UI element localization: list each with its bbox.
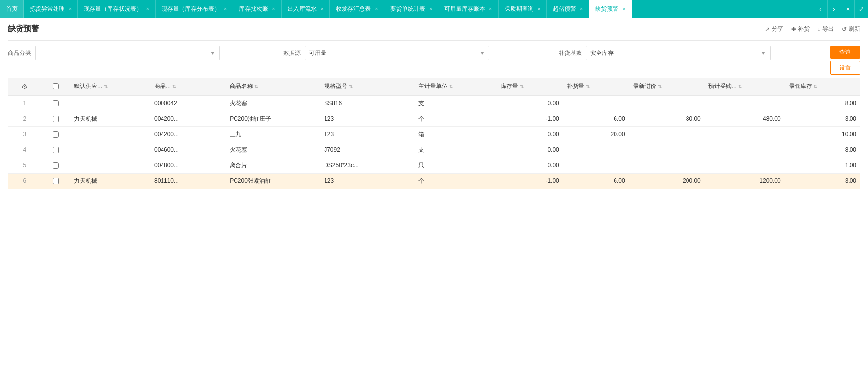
nav-tab-9-close[interactable]: × [538, 6, 541, 12]
nav-expand-btn[interactable]: ⤢ [854, 0, 868, 18]
row-checkbox-cell[interactable] [42, 158, 70, 173]
row-checkbox-cell[interactable] [42, 173, 70, 189]
row-checkbox[interactable] [53, 162, 59, 169]
row-code: 004800... [150, 158, 226, 173]
nav-tab-5-close[interactable]: × [321, 6, 324, 12]
row-checkbox-cell[interactable] [42, 126, 70, 142]
basis-select[interactable]: 安全库存 ▼ [586, 46, 771, 60]
row-supplier: 力天机械 [70, 173, 150, 189]
nav-tab-8[interactable]: 可用量库存账本 × [438, 0, 498, 18]
row-checkbox-cell[interactable] [42, 95, 70, 111]
row-name: 火花塞 [226, 142, 320, 158]
category-arrow-icon: ▼ [210, 50, 216, 56]
nav-tab-1[interactable]: 拣货异常处理 × [24, 0, 78, 18]
row-stock: -1.00 [497, 173, 563, 189]
nav-tab-5[interactable]: 出入库流水 × [282, 0, 330, 18]
refresh-button[interactable]: ↺ 刷新 [842, 25, 860, 33]
row-price [629, 126, 705, 142]
th-spec[interactable]: 规格型号 ⇅ [320, 78, 415, 95]
nav-tab-10-label: 超储预警 [553, 5, 576, 13]
export-label: 导出 [822, 25, 834, 33]
th-checkbox[interactable] [42, 78, 70, 95]
nav-tab-6-close[interactable]: × [375, 6, 378, 12]
row-replenish: 6.00 [563, 173, 629, 189]
price-sort-icon: ⇅ [658, 84, 662, 89]
nav-tab-11[interactable]: 缺货预警 × [589, 0, 632, 18]
nav-tab-11-close[interactable]: × [622, 6, 625, 12]
settings-button[interactable]: 设置 [830, 61, 860, 75]
table-row: 4 004600... 火花塞 J7092 支 0.00 8.00 [8, 142, 860, 158]
row-checkbox[interactable] [53, 178, 59, 184]
nav-tab-4-close[interactable]: × [272, 6, 275, 12]
th-gear[interactable]: ⚙ [8, 78, 42, 95]
row-name: PC200油缸庄子 [226, 111, 320, 126]
nav-tab-6[interactable]: 收发存汇总表 × [330, 0, 384, 18]
nav-tab-2-close[interactable]: × [146, 6, 149, 12]
th-unit[interactable]: 主计量单位 ⇅ [415, 78, 497, 95]
nav-next-btn[interactable]: › [827, 0, 841, 18]
row-spec: SS816 [320, 95, 415, 111]
row-spec: J7092 [320, 142, 415, 158]
row-supplier [70, 126, 150, 142]
row-checkbox[interactable] [53, 100, 59, 106]
row-name: 离合片 [226, 158, 320, 173]
datasource-select[interactable]: 可用量 ▼ [305, 46, 489, 60]
row-price [629, 158, 705, 173]
category-select[interactable]: ▼ [35, 46, 220, 60]
th-min-stock[interactable]: 最低库存 ⇅ [785, 78, 860, 95]
code-sort-icon: ⇅ [172, 84, 176, 89]
select-all-checkbox[interactable] [53, 83, 59, 89]
row-index: 5 [8, 158, 42, 173]
replenish-sort-icon: ⇅ [586, 84, 590, 89]
share-label: 分享 [772, 25, 783, 33]
share-button[interactable]: ↗ 分享 [765, 25, 783, 33]
row-purchase: 480.00 [705, 111, 785, 126]
nav-prev-btn[interactable]: ‹ [814, 0, 827, 18]
row-checkbox-cell[interactable] [42, 142, 70, 158]
replenish-button[interactable]: ✚ 补货 [791, 25, 810, 33]
nav-tab-3-close[interactable]: × [224, 6, 227, 12]
row-checkbox[interactable] [53, 131, 59, 138]
row-checkbox[interactable] [53, 116, 59, 122]
th-purchase[interactable]: 预计采购... ⇅ [705, 78, 785, 95]
stock-sort-icon: ⇅ [520, 84, 524, 89]
table-row: 3 004200... 三九 123 箱 0.00 20.00 10.00 [8, 126, 860, 142]
nav-tab-8-close[interactable]: × [489, 6, 492, 12]
row-stock: 0.00 [497, 158, 563, 173]
table-body: 1 0000042 火花塞 SS816 支 0.00 8.00 2 力天机械 0… [8, 95, 860, 189]
row-min-stock: 8.00 [785, 95, 860, 111]
nav-tab-4[interactable]: 库存批次账 × [233, 0, 281, 18]
row-checkbox-cell[interactable] [42, 111, 70, 126]
nav-tab-3[interactable]: 现存量（库存分布表） × [156, 0, 233, 18]
nav-controls: ‹ › × ⤢ [814, 0, 868, 18]
nav-tab-10[interactable]: 超储预警 × [547, 0, 589, 18]
row-unit: 支 [415, 95, 497, 111]
th-name[interactable]: 商品名称 ⇅ [226, 78, 320, 95]
nav-tab-9[interactable]: 保质期查询 × [499, 0, 547, 18]
nav-tab-home[interactable]: 首页 [0, 0, 24, 18]
nav-tab-7[interactable]: 要货单统计表 × [384, 0, 438, 18]
th-purchase-label: 预计采购... [708, 82, 737, 90]
row-checkbox[interactable] [53, 147, 59, 153]
export-button[interactable]: ↓ 导出 [817, 25, 834, 33]
row-min-stock: 3.00 [785, 111, 860, 126]
query-button[interactable]: 查询 [830, 46, 860, 59]
nav-tab-10-close[interactable]: × [580, 6, 583, 12]
th-supplier[interactable]: 默认供应... ⇅ [70, 78, 150, 95]
row-supplier [70, 142, 150, 158]
th-replenish[interactable]: 补货量 ⇅ [563, 78, 629, 95]
row-purchase [705, 158, 785, 173]
nav-close-btn[interactable]: × [841, 0, 854, 18]
nav-tab-7-close[interactable]: × [429, 6, 432, 12]
th-stock[interactable]: 库存量 ⇅ [497, 78, 563, 95]
refresh-label: 刷新 [849, 25, 860, 33]
nav-tab-2[interactable]: 现存量（库存状况表） × [78, 0, 155, 18]
category-label: 商品分类 [8, 49, 31, 57]
name-sort-icon: ⇅ [254, 84, 258, 89]
th-code[interactable]: 商品... ⇅ [150, 78, 226, 95]
row-replenish [563, 158, 629, 173]
row-purchase [705, 142, 785, 158]
th-price[interactable]: 最新进价 ⇅ [629, 78, 705, 95]
nav-tab-1-close[interactable]: × [69, 6, 72, 12]
row-stock: 0.00 [497, 142, 563, 158]
